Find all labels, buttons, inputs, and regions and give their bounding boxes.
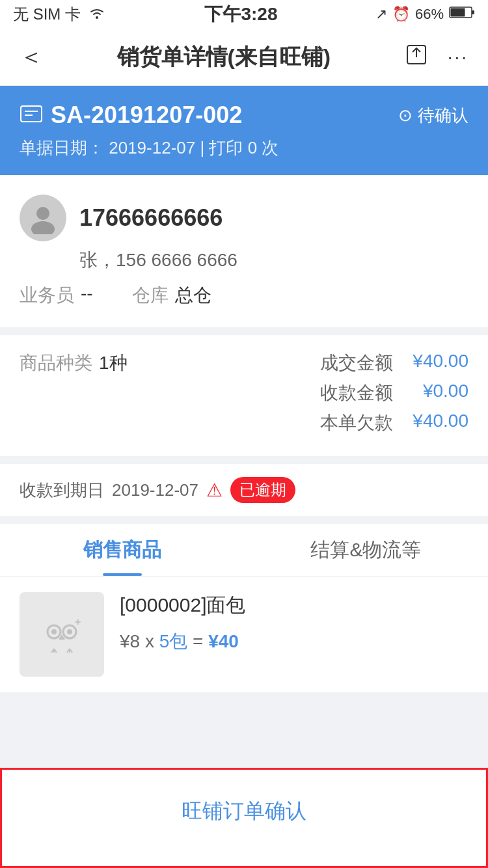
customer-meta: 业务员 -- 仓库 总仓 xyxy=(20,283,468,308)
transaction-amount-row: 成交金额 ¥40.00 xyxy=(320,351,468,375)
product-types-label: 商品种类 xyxy=(20,351,92,375)
battery-icon xyxy=(449,6,475,23)
customer-section: 17666666666 张，156 6666 6666 业务员 -- 仓库 总仓 xyxy=(0,175,488,327)
svg-rect-2 xyxy=(472,10,474,14)
svg-text:+: + xyxy=(75,616,81,627)
received-amount-value: ¥0.00 xyxy=(423,381,468,405)
status-right: ↗ ⏰ 66% xyxy=(375,6,475,23)
warehouse-value: 总仓 xyxy=(175,283,211,308)
due-date-label: 收款到期日 xyxy=(20,479,104,502)
tab-sales-products[interactable]: 销售商品 xyxy=(0,524,244,576)
svg-point-14 xyxy=(67,629,72,634)
salesperson-label: 业务员 xyxy=(20,283,74,308)
product-price: ¥8 x 5包 = ¥40 xyxy=(120,629,468,654)
order-status: ⊙ 待确认 xyxy=(398,104,468,127)
warehouse-label: 仓库 xyxy=(132,283,169,308)
svg-point-10 xyxy=(31,221,55,234)
alarm-icon: ⏰ xyxy=(392,6,410,23)
tabs-section: 销售商品 结算&物流等 xyxy=(0,516,488,576)
product-total: ¥40 xyxy=(208,631,239,651)
customer-phone: 17666666666 xyxy=(79,204,223,232)
due-date-section: 收款到期日 2019-12-07 ⚠ 已逾期 xyxy=(0,456,488,516)
nav-actions: ··· xyxy=(405,43,468,71)
amounts: 成交金额 ¥40.00 收款金额 ¥0.00 本单欠款 ¥40.00 xyxy=(320,351,468,441)
order-id: SA-20191207-002 xyxy=(20,102,242,129)
product-types: 商品种类 1种 xyxy=(20,351,128,375)
svg-point-13 xyxy=(51,629,57,634)
share-icon[interactable] xyxy=(405,43,428,71)
confirm-button-wrapper: 旺铺订单确认 xyxy=(0,768,488,868)
battery-text: 66% xyxy=(415,6,444,23)
avatar xyxy=(20,195,66,241)
transaction-amount-value: ¥40.00 xyxy=(413,351,468,375)
salesperson-value: -- xyxy=(81,283,93,308)
status-left: 无 SIM 卡 xyxy=(13,4,107,25)
wifi-icon xyxy=(87,5,107,23)
back-button[interactable]: ＜ xyxy=(20,41,43,73)
customer-row: 17666666666 xyxy=(20,195,468,241)
order-header: SA-20191207-002 ⊙ 待确认 单据日期： 2019-12-07 |… xyxy=(0,86,488,175)
products-section: + [0000002]面包 ¥8 x 5包 = ¥40 xyxy=(0,576,488,692)
overdue-badge: 已逾期 xyxy=(230,477,295,503)
product-info: [0000002]面包 ¥8 x 5包 = ¥40 xyxy=(120,592,468,654)
received-amount-label: 收款金额 xyxy=(320,381,393,405)
product-name: [0000002]面包 xyxy=(120,592,468,619)
warehouse-item: 仓库 总仓 xyxy=(132,283,211,308)
salesperson-item: 业务员 -- xyxy=(20,283,93,308)
due-amount-value: ¥40.00 xyxy=(413,411,468,435)
page-title: 销货单详情(来自旺铺) xyxy=(117,42,331,72)
nav-bar: ＜ 销货单详情(来自旺铺) ··· xyxy=(0,29,488,86)
status-time: 下午3:28 xyxy=(204,2,277,27)
product-image: + xyxy=(20,592,104,677)
due-date-value: 2019-12-07 xyxy=(112,480,198,500)
tabs-row: 销售商品 结算&物流等 xyxy=(0,524,488,576)
svg-rect-3 xyxy=(450,8,465,17)
multiply-sign: x xyxy=(145,631,159,651)
customer-name: 张，156 6666 6666 xyxy=(79,248,468,273)
product-item: + [0000002]面包 ¥8 x 5包 = ¥40 xyxy=(20,592,468,677)
product-types-count: 1种 xyxy=(99,351,128,375)
due-amount-row: 本单欠款 ¥40.00 xyxy=(320,411,468,435)
price-per-unit: ¥8 xyxy=(120,631,140,651)
svg-point-9 xyxy=(36,207,49,220)
transaction-amount-label: 成交金额 xyxy=(320,351,393,375)
clock-icon: ⊙ xyxy=(398,105,413,126)
confirm-order-button[interactable]: 旺铺订单确认 xyxy=(21,783,467,840)
due-amount-label: 本单欠款 xyxy=(320,411,393,435)
carrier-text: 无 SIM 卡 xyxy=(13,4,81,25)
received-amount-row: 收款金额 ¥0.00 xyxy=(320,381,468,405)
status-bar: 无 SIM 卡 下午3:28 ↗ ⏰ 66% xyxy=(0,0,488,29)
warning-icon: ⚠ xyxy=(206,480,223,501)
svg-point-0 xyxy=(96,16,98,19)
order-date: 单据日期： 2019-12-07 | 打印 0 次 xyxy=(20,137,468,159)
equal-sign: = xyxy=(193,631,208,651)
tab-settlement-logistics[interactable]: 结算&物流等 xyxy=(244,524,488,576)
more-button[interactable]: ··· xyxy=(448,47,468,68)
svg-rect-6 xyxy=(21,106,42,122)
location-icon: ↗ xyxy=(375,6,387,23)
order-icon xyxy=(20,102,43,129)
product-quantity: 5包 xyxy=(159,631,188,651)
summary-section: 商品种类 1种 成交金额 ¥40.00 收款金额 ¥0.00 本单欠款 ¥40.… xyxy=(0,327,488,456)
